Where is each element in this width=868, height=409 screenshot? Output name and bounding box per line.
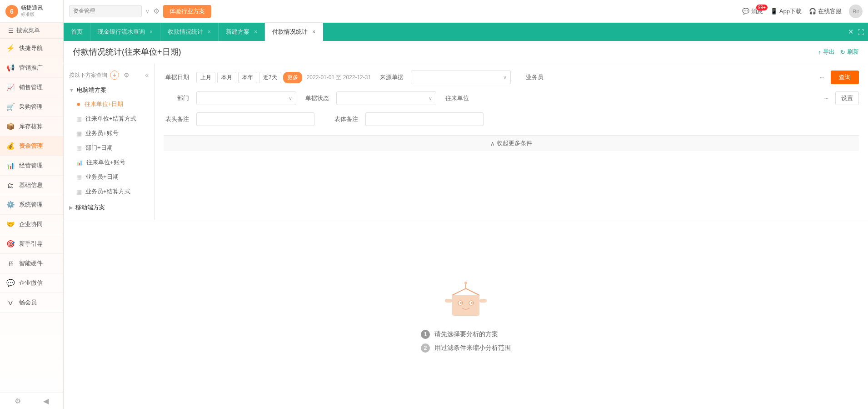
sidebar-item-sales[interactable]: 📈 销售管理: [0, 78, 63, 97]
download-icon: 📱: [770, 8, 778, 15]
desktop-group-header[interactable]: ▼ 电脑端方案: [64, 83, 154, 97]
filter-row-3: 表头备注 表体备注: [164, 112, 859, 126]
note-body-input[interactable]: [365, 112, 484, 126]
scheme-label-salesman-settlement: 业务员+结算方式: [85, 187, 130, 196]
settings-button[interactable]: 设置: [835, 91, 859, 105]
scheme-item-salesman-settlement[interactable]: ▦ 业务员+结算方式: [64, 184, 154, 199]
trial-button[interactable]: 体验行业方案: [163, 5, 211, 18]
user-avatar[interactable]: Rit: [849, 5, 863, 18]
close-window-icon[interactable]: ✕: [848, 28, 854, 36]
scheme-item-dept-date[interactable]: ▦ 部门+日期: [64, 141, 154, 155]
tab-home[interactable]: 首页: [64, 23, 90, 41]
svg-point-4: [471, 302, 473, 304]
sidebar-label-operation: 经营管理: [19, 162, 43, 170]
sidebar-item-quick-nav[interactable]: ⚡ 快捷导航: [0, 39, 63, 58]
avatar-text: Rit: [853, 9, 858, 14]
sidebar-item-operation[interactable]: 📊 经营管理: [0, 156, 63, 176]
scheme-item-partner-account[interactable]: 📊 往来单位+账号: [64, 155, 154, 170]
empty-steps: 1 请先选择要分析的方案 2 用过滤条件来缩小分析范围: [421, 330, 511, 353]
breadcrumb-input[interactable]: 资金管理: [69, 5, 142, 17]
empty-step-2: 2 用过滤条件来缩小分析范围: [421, 343, 511, 353]
sidebar-item-purchase[interactable]: 🛒 采购管理: [0, 97, 63, 117]
date-btn-more[interactable]: 更多: [283, 72, 302, 83]
date-btn-this-month[interactable]: 本月: [217, 72, 236, 83]
sidebar-item-member[interactable]: V 畅会员: [0, 293, 63, 313]
source-select[interactable]: ∨: [411, 71, 511, 84]
marketing-icon: 📢: [5, 63, 15, 73]
sidebar-label-sales: 销售管理: [19, 83, 43, 91]
step-2-text: 用过滤条件来缩小分析范围: [434, 344, 511, 352]
tab-receipt-stats-close-icon[interactable]: ×: [208, 29, 211, 35]
fullscreen-icon[interactable]: ⛶: [858, 28, 864, 36]
sidebar-item-newbie[interactable]: 🎯 新手引导: [0, 234, 63, 254]
app-logo-icon: 6: [5, 5, 18, 18]
tab-bank-flow-close-icon[interactable]: ×: [150, 29, 153, 35]
svg-rect-0: [452, 295, 479, 316]
partner-dots-button[interactable]: ···: [824, 94, 828, 103]
tab-new-scheme[interactable]: 新建方案 ×: [219, 23, 265, 41]
message-button[interactable]: 💬 消息 99+: [742, 7, 763, 15]
collapse-more-button[interactable]: ∧ 收起更多条件: [164, 135, 859, 151]
scheme-collapse-icon[interactable]: «: [145, 71, 149, 79]
date-btn-last-month[interactable]: 上月: [196, 72, 215, 83]
export-button[interactable]: ↑ 导出: [818, 48, 835, 56]
collapse-icon: ∧: [490, 140, 495, 147]
voucher-status-select[interactable]: ∨: [336, 91, 436, 105]
tab-new-scheme-close-icon[interactable]: ×: [254, 29, 257, 35]
sidebar-item-marketing[interactable]: 📢 营销推广: [0, 58, 63, 78]
scheme-item-salesman-date[interactable]: ▦ 业务员+日期: [64, 170, 154, 184]
message-icon: 💬: [742, 8, 749, 15]
tab-payment-stats-close-icon[interactable]: ×: [312, 29, 315, 35]
search-menu-item[interactable]: ☰ 搜索菜单: [0, 23, 63, 39]
collapse-sidebar-icon[interactable]: ◀: [43, 397, 49, 405]
scheme-item-salesman-account[interactable]: ▦ 业务员+账号: [64, 126, 154, 141]
scheme-item-partner-settlement[interactable]: ▦ 往来单位+结算方式: [64, 111, 154, 126]
note-header-input[interactable]: [196, 112, 314, 126]
tab-payment-stats[interactable]: 付款情况统计 ×: [265, 23, 323, 41]
filter-row-2: 部门 ∨ 单据状态 ∨ 往来单位 ··· 设置: [164, 91, 859, 105]
filter-area: 按以下方案查询 + ⚙ « ▼ 电脑端方案 ● 往来单位+日期: [64, 63, 868, 220]
result-area: 1 请先选择要分析的方案 2 用过滤条件来缩小分析范围: [64, 220, 868, 409]
sidebar-item-enterprise[interactable]: 🤝 企业协同: [0, 215, 63, 234]
tab-receipt-stats-label: 收款情况统计: [168, 28, 203, 36]
query-button[interactable]: 查询: [831, 71, 859, 84]
scheme-item-partner-date[interactable]: ● 往来单位+日期: [64, 97, 154, 111]
collapse-label: 收起更多条件: [497, 139, 532, 147]
sidebar-item-funds[interactable]: 💰 资金管理: [0, 136, 63, 156]
sidebar-nav: ⚡ 快捷导航 📢 营销推广 📈 销售管理 🛒 采购管理 📦 库存核算 💰 资金管…: [0, 39, 63, 393]
online-service-button[interactable]: 🎧 在线客服: [809, 7, 842, 15]
date-btn-this-year[interactable]: 本年: [238, 72, 257, 83]
sidebar-bottom: ⚙ ◀: [0, 393, 63, 409]
scheme-active-icon: ●: [76, 100, 81, 108]
refresh-button[interactable]: ↻ 刷新: [840, 48, 859, 56]
date-btn-last-7-days[interactable]: 近7天: [259, 72, 281, 83]
tab-bar-end: ✕ ⛶: [844, 23, 868, 41]
empty-step-1: 1 请先选择要分析的方案: [421, 330, 511, 339]
salesman-dots-button[interactable]: ···: [819, 73, 823, 82]
tab-home-label: 首页: [71, 28, 83, 36]
tab-bank-flow[interactable]: 现金银行流水查询 ×: [90, 23, 160, 41]
sidebar-item-basic[interactable]: 🗂 基础信息: [0, 176, 63, 195]
scheme-icon-1: ▦: [76, 116, 82, 122]
svg-point-6: [464, 282, 467, 284]
empty-illustration: [439, 277, 493, 323]
header-settings-icon[interactable]: ⚙: [153, 7, 160, 15]
member-icon: V: [5, 298, 15, 308]
sidebar-item-inventory[interactable]: 📦 库存核算: [0, 117, 63, 136]
dept-select[interactable]: ∨: [196, 91, 296, 105]
scheme-label-dept-date: 部门+日期: [85, 144, 113, 152]
mobile-group-arrow-icon: ▶: [69, 205, 73, 211]
sidebar-item-system[interactable]: ⚙️ 系统管理: [0, 195, 63, 215]
settings-bottom-icon[interactable]: ⚙: [15, 397, 21, 405]
mobile-group-header[interactable]: ▶ 移动端方案: [64, 201, 154, 214]
app-download-button[interactable]: 📱 App下载: [770, 7, 802, 15]
dropdown-arrow-icon[interactable]: ∨: [145, 8, 150, 15]
app-download-label: App下载: [779, 7, 802, 15]
tab-receipt-stats[interactable]: 收款情况统计 ×: [160, 23, 219, 41]
refresh-label: 刷新: [847, 48, 859, 56]
sidebar-item-wechat[interactable]: 💬 企业微信: [0, 273, 63, 293]
scheme-add-button[interactable]: +: [110, 71, 119, 80]
scheme-settings-icon[interactable]: ⚙: [122, 71, 131, 80]
voucher-status-arrow-icon: ∨: [429, 96, 432, 101]
sidebar-item-hardware[interactable]: 🖥 智能硬件: [0, 254, 63, 273]
